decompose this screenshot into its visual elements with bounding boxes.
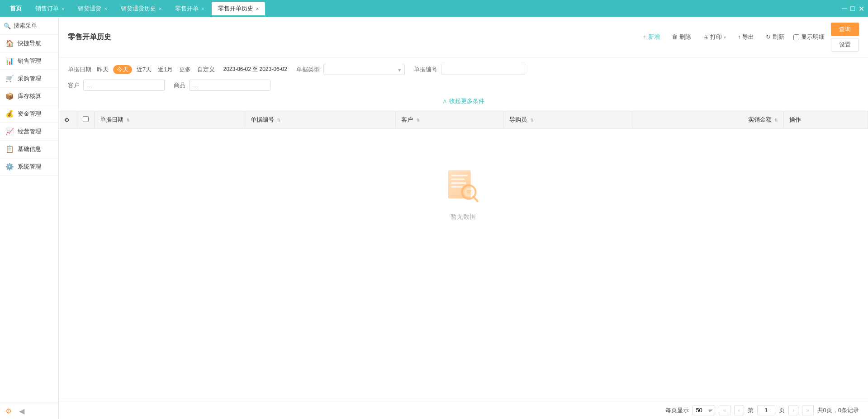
th-amount[interactable]: 实销金额 ⇅ <box>633 111 784 129</box>
page-label-pre: 第 <box>748 406 754 414</box>
operations-icon: 📈 <box>5 127 14 136</box>
collapse-button[interactable]: ∧ 收起更多条件 <box>442 95 484 107</box>
delete-button[interactable]: 🗑 删除 <box>669 31 694 43</box>
finance-icon: 💰 <box>5 110 14 118</box>
page-size-wrapper: 50 10 20 100 <box>693 405 715 415</box>
close-btn[interactable]: ✕ <box>859 5 864 13</box>
display-checkbox[interactable] <box>793 34 799 40</box>
shortcut-custom[interactable]: 自定义 <box>195 65 217 74</box>
tab-sales-order[interactable]: 销售订单 × <box>29 2 71 15</box>
date-range-display: 2023-06-02 至 2023-06-02 <box>223 66 287 73</box>
sort-amount-icon: ⇅ <box>774 118 778 122</box>
maximize-btn[interactable]: □ <box>850 5 855 13</box>
close-tab-retail-open[interactable]: × <box>201 6 204 11</box>
svg-rect-2 <box>451 179 465 180</box>
window-controls: ─ □ ✕ <box>842 5 864 13</box>
order-no-filter: 单据编号 <box>414 64 525 75</box>
sidebar-item-quick-nav[interactable]: 🏠 快捷导航 <box>0 35 58 52</box>
close-tab-retail-history[interactable]: × <box>256 6 259 11</box>
filter-row-2: 客户 ... 商品 ... <box>68 80 859 91</box>
sort-date-icon: ⇅ <box>126 118 130 122</box>
last-page-btn[interactable]: » <box>802 405 813 415</box>
tab-retail-open[interactable]: 零售开单 × <box>169 2 210 15</box>
shortcut-7days[interactable]: 近7天 <box>135 65 153 74</box>
sort-salesperson-icon: ⇅ <box>530 118 534 122</box>
empty-text: 暂无数据 <box>451 213 476 221</box>
th-date[interactable]: 单据日期 ⇅ <box>94 111 245 129</box>
query-button[interactable]: 查询 <box>831 23 859 36</box>
inventory-icon: 📦 <box>5 92 14 100</box>
sidebar-item-operations[interactable]: 📈 经营管理 <box>0 123 58 141</box>
sidebar-item-finance[interactable]: 💰 资金管理 <box>0 105 58 123</box>
th-settings[interactable]: ⚙ <box>59 111 77 129</box>
filter-row-1: 单据日期 昨天 今天 近7天 近1月 更多 自定义 2023-06-02 至 2… <box>68 64 859 75</box>
order-type-select[interactable] <box>323 64 405 75</box>
page-num-input[interactable] <box>757 405 775 415</box>
empty-state: 暂无数据 <box>59 129 868 257</box>
svg-rect-4 <box>451 186 463 188</box>
tab-sales-return-history[interactable]: 销货退货历史 × <box>114 2 168 15</box>
product-input[interactable]: ... <box>189 80 270 91</box>
top-tabbar: 首页 销售订单 × 销货退货 × 销货退货历史 × 零售开单 × 零售开单历史 … <box>0 0 868 17</box>
tab-retail-history[interactable]: 零售开单历史 × <box>212 2 265 15</box>
sidebar-item-sales-mgmt[interactable]: 📊 销售管理 <box>0 52 58 70</box>
base-info-icon: 📋 <box>5 145 14 153</box>
home-icon: 🏠 <box>5 39 14 47</box>
order-type-wrapper <box>323 64 405 75</box>
minimize-btn[interactable]: ─ <box>842 5 847 13</box>
search-icon: 🔍 <box>4 23 11 29</box>
close-tab-sales-order[interactable]: × <box>62 6 64 11</box>
th-no[interactable]: 单据编号 ⇅ <box>245 111 395 129</box>
page-size-select[interactable]: 50 10 20 100 <box>693 405 715 415</box>
page-size-label: 每页显示 <box>665 406 689 414</box>
sys-mgmt-icon: ⚙️ <box>5 163 14 171</box>
tab-sales-return[interactable]: 销货退货 × <box>71 2 113 15</box>
purchase-icon: 🛒 <box>5 75 14 83</box>
sidebar-settings-icon[interactable]: ⚙ <box>5 407 12 415</box>
empty-row: 暂无数据 <box>59 129 868 258</box>
shortcut-1month[interactable]: 近1月 <box>156 65 175 74</box>
display-toggle[interactable]: 显示明细 <box>793 33 825 41</box>
select-all-checkbox[interactable] <box>83 116 89 122</box>
print-button[interactable]: 🖨 打印 ▾ <box>700 31 729 43</box>
th-customer[interactable]: 客户 ⇅ <box>396 111 504 129</box>
th-salesperson[interactable]: 导购员 ⇅ <box>503 111 633 129</box>
sidebar-item-purchase-mgmt[interactable]: 🛒 采购管理 <box>0 70 58 88</box>
empty-cell: 暂无数据 <box>59 129 868 258</box>
print-dropdown-icon[interactable]: ▾ <box>724 35 726 40</box>
sidebar-bottom: ⚙ ◀ <box>0 403 58 419</box>
svg-line-7 <box>474 197 478 201</box>
empty-illustration <box>441 165 486 206</box>
close-tab-sales-return-history[interactable]: × <box>159 6 161 11</box>
settings-button[interactable]: 设置 <box>831 38 859 52</box>
sidebar-item-base-info[interactable]: 📋 基础信息 <box>0 141 58 158</box>
first-page-btn[interactable]: « <box>719 405 730 415</box>
close-tab-sales-return[interactable]: × <box>104 6 107 11</box>
sidebar-collapse-icon[interactable]: ◀ <box>19 407 24 415</box>
refresh-button[interactable]: ↻ 刷新 <box>763 31 787 43</box>
export-button[interactable]: ↑ 导出 <box>735 31 757 43</box>
shortcut-yesterday[interactable]: 昨天 <box>95 65 110 74</box>
next-page-btn[interactable]: › <box>788 405 798 415</box>
sidebar-item-sys-mgmt[interactable]: ⚙️ 系统管理 <box>0 158 58 176</box>
shortcut-more[interactable]: 更多 <box>177 65 193 74</box>
sidebar-item-inventory[interactable]: 📦 库存核算 <box>0 88 58 105</box>
page-label: 页 <box>779 406 785 414</box>
table-header: ⚙ 单据日期 ⇅ 单据编号 ⇅ 客户 <box>59 111 868 129</box>
th-checkbox <box>77 111 94 129</box>
add-button[interactable]: + 新增 <box>640 31 663 43</box>
svg-rect-1 <box>451 175 468 176</box>
toolbar: + 新增 🗑 删除 🖨 打印 ▾ ↑ 导出 ↻ 刷新 显示明细 <box>640 23 859 52</box>
tab-home[interactable]: 首页 <box>4 2 28 15</box>
pagination-bar: 每页显示 50 10 20 100 « ‹ 第 页 › » 共0页，0条记录 <box>59 401 868 419</box>
prev-page-btn[interactable]: ‹ <box>734 405 744 415</box>
shortcut-today[interactable]: 今天 <box>113 65 132 74</box>
product-filter: 商品 ... <box>174 80 270 91</box>
svg-rect-3 <box>451 182 466 184</box>
order-no-input[interactable] <box>441 64 525 75</box>
sort-customer-icon: ⇅ <box>416 118 420 122</box>
date-filter: 单据日期 昨天 今天 近7天 近1月 更多 自定义 2023-06-02 至 2… <box>68 65 287 74</box>
customer-input[interactable]: ... <box>83 80 165 91</box>
sidebar-search[interactable]: 🔍 搜索采单 <box>0 17 58 35</box>
page-title: 零售开单历史 <box>68 33 111 42</box>
